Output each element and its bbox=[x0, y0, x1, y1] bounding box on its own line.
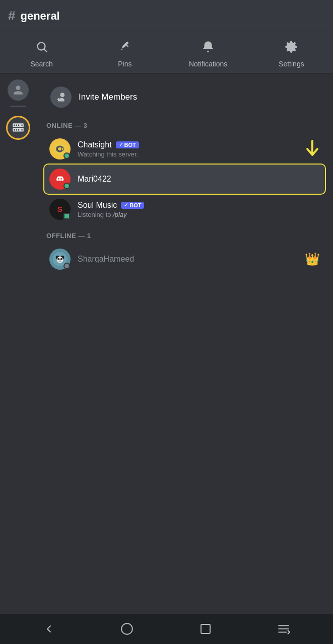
svg-point-17 bbox=[122, 623, 133, 634]
channel-name: general bbox=[20, 10, 59, 23]
offline-section-header: OFFLINE — 1 bbox=[44, 232, 325, 239]
chatsight-info: Chatsight ✓ BOT Watching this server. bbox=[78, 140, 298, 158]
svg-rect-18 bbox=[201, 624, 210, 633]
sidebar-divider bbox=[10, 106, 26, 107]
toolbar-pins[interactable]: Pins bbox=[105, 40, 145, 68]
mario-status-dot bbox=[63, 183, 70, 189]
mario-avatar-wrap bbox=[49, 169, 71, 190]
chatsight-name-row: Chatsight ✓ BOT bbox=[78, 140, 298, 149]
svg-point-15 bbox=[60, 258, 62, 260]
nav-menu-button[interactable] bbox=[269, 618, 298, 639]
user-avatar-icon[interactable] bbox=[8, 79, 29, 101]
soulmusic-status-text: Listening to /play bbox=[78, 211, 320, 218]
chatsight-name: Chatsight bbox=[78, 140, 112, 149]
channel-header: # general bbox=[0, 0, 333, 32]
soulmusic-bot-badge: ✓ BOT bbox=[121, 202, 144, 209]
online-section-header: ONLINE — 3 bbox=[44, 122, 325, 129]
bell-icon bbox=[202, 40, 215, 57]
server-icon[interactable] bbox=[6, 116, 30, 140]
nav-back-button[interactable] bbox=[35, 619, 63, 639]
soulmusic-status-dot bbox=[63, 213, 70, 219]
sharqa-name-row: SharqaHameed bbox=[78, 255, 298, 264]
crown-icon: 👑 bbox=[305, 252, 320, 266]
nav-recents-button[interactable] bbox=[191, 619, 220, 639]
bottom-nav-bar bbox=[0, 614, 333, 644]
chatsight-status-dot bbox=[63, 152, 70, 159]
members-panel: Invite Members ONLINE — 3 bbox=[36, 73, 333, 614]
svg-point-14 bbox=[57, 258, 59, 260]
mario-name-row: Mari0422 bbox=[78, 175, 320, 184]
toolbar-settings-label: Settings bbox=[279, 60, 304, 68]
member-row-sharqa[interactable]: SharqaHameed 👑 bbox=[44, 245, 325, 274]
chatsight-status-text: Watching this server. bbox=[78, 150, 298, 158]
svg-point-5 bbox=[61, 148, 63, 150]
pin-icon bbox=[118, 40, 131, 57]
svg-text:S: S bbox=[57, 205, 62, 213]
channel-hash-icon: # bbox=[8, 8, 15, 24]
toolbar-pins-label: Pins bbox=[118, 60, 131, 68]
invite-members-label: Invite Members bbox=[79, 92, 137, 102]
gear-icon bbox=[285, 40, 298, 57]
svg-point-16 bbox=[58, 260, 61, 262]
sharqa-status-dot bbox=[63, 263, 70, 269]
soulmusic-info: Soul Music ✓ BOT Listening to /play bbox=[78, 201, 320, 218]
soulmusic-avatar-wrap: S bbox=[49, 199, 71, 220]
chatsight-arrow-indicator bbox=[305, 140, 320, 158]
toolbar-search[interactable]: Search bbox=[22, 40, 62, 68]
sharqa-avatar-wrap bbox=[49, 249, 71, 270]
sharqa-name: SharqaHameed bbox=[78, 255, 134, 264]
chatsight-avatar-wrap bbox=[49, 138, 71, 159]
member-row-soulmusic[interactable]: S Soul Music ✓ BOT Listening to /pla bbox=[44, 195, 325, 224]
invite-members-row[interactable]: Invite Members bbox=[44, 82, 325, 113]
search-icon bbox=[35, 40, 48, 57]
invite-icon bbox=[50, 87, 72, 108]
sharqa-info: SharqaHameed bbox=[78, 255, 298, 264]
nav-home-button[interactable] bbox=[112, 618, 142, 639]
toolbar-settings[interactable]: Settings bbox=[271, 40, 311, 68]
toolbar-search-label: Search bbox=[30, 60, 52, 68]
mario-info: Mari0422 bbox=[78, 175, 320, 184]
channel-toolbar: Search Pins Notifications bbox=[0, 32, 333, 73]
soulmusic-name: Soul Music bbox=[78, 201, 117, 210]
member-row-chatsight[interactable]: Chatsight ✓ BOT Watching this server. bbox=[44, 134, 325, 164]
soulmusic-name-row: Soul Music ✓ BOT bbox=[78, 201, 320, 210]
member-row-mario[interactable]: Mari0422 bbox=[44, 165, 325, 194]
toolbar-notifications[interactable]: Notifications bbox=[188, 40, 228, 68]
left-sidebar bbox=[0, 73, 36, 614]
svg-line-1 bbox=[44, 49, 47, 52]
toolbar-notifications-label: Notifications bbox=[189, 60, 227, 68]
chatsight-bot-badge: ✓ BOT bbox=[116, 141, 139, 148]
mario-name: Mari0422 bbox=[78, 175, 111, 184]
